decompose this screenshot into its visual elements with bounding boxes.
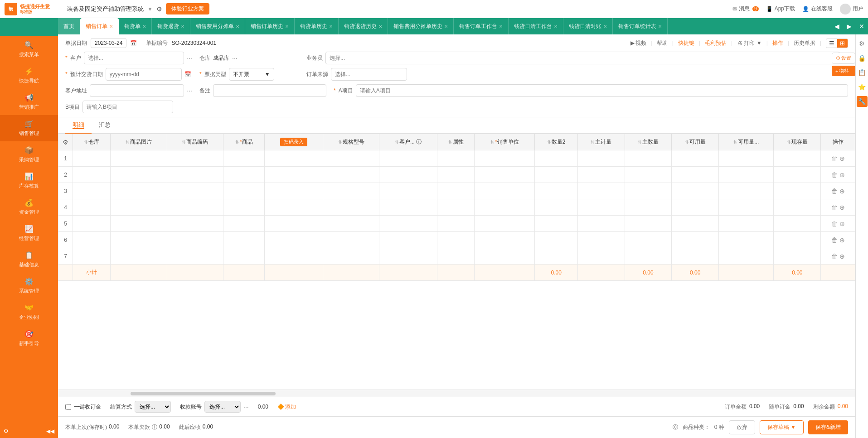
tab-daily-clear[interactable]: 钱货日清工作台 ✕ [509,18,563,34]
tab-prev-btn[interactable]: ◀ [831,23,843,30]
list-view-btn[interactable]: ☰ [826,39,837,48]
sidebar-item-basic[interactable]: 📋 基础信息 [0,246,58,273]
quick-order-checkbox[interactable] [65,404,71,410]
row-delete-btn[interactable]: 🗑 [831,204,838,211]
horizontal-scrollbar[interactable] [58,390,855,397]
tab-close-return-goods[interactable]: ✕ [181,24,184,29]
remark-input[interactable] [213,84,326,97]
profit-action[interactable]: 毛利预估 [705,39,727,47]
user-item[interactable]: 用户 [840,4,863,14]
tab-close-return-history[interactable]: ✕ [329,24,333,29]
col-settings-icon[interactable]: ⚙ [63,139,68,146]
print-action[interactable]: 🖨 打印 ▼ [737,39,762,47]
warehouse-more-btn[interactable]: ··· [232,54,238,62]
solution-button[interactable]: 体验行业方案 [166,3,209,14]
customer-address-input[interactable] [90,84,184,97]
scan-btn[interactable]: 扫码录入 [280,138,307,146]
sidebar-item-guide[interactable]: 🎯 新手引导 [0,325,58,351]
tab-close-sales-return[interactable]: ✕ [142,24,146,29]
tab-close-order-workbench[interactable]: ✕ [499,24,503,29]
row-delete-btn[interactable]: 🗑 [831,188,838,195]
address-more-btn[interactable]: ··· [187,87,192,94]
account-more-btn[interactable]: ··· [243,403,249,410]
sidebar-item-marketing[interactable]: 📢 营销推广 [0,89,58,115]
row-copy-btn[interactable]: ⊕ [839,236,845,244]
scroll-thumb[interactable] [131,392,276,395]
tab-close-sales-order[interactable]: ✕ [109,24,113,29]
row-delete-btn[interactable]: 🗑 [831,253,838,260]
history-action[interactable]: 历史单据 [794,39,815,47]
row-copy-btn[interactable]: ⊕ [839,188,845,195]
sidebar-collapse-icon[interactable]: ◀◀ [46,428,54,434]
row-copy-btn[interactable]: ⊕ [839,204,845,211]
tab-order-stats[interactable]: 销售订单统计表 ✕ [613,18,668,34]
app-download-item[interactable]: 📱 App下载 [766,5,795,13]
right-icon-2[interactable]: 📋 [857,67,868,78]
settings-gear-icon[interactable]: ⚙ [156,5,162,13]
tab-sales-return[interactable]: 销货单 ✕ [119,18,152,34]
tab-close-daily-reconcile[interactable]: ✕ [603,24,607,29]
tab-fee-history[interactable]: 销售费用分摊单历史 ✕ [388,18,454,34]
save-draft-button[interactable]: 保存草稿 ▼ [760,420,804,434]
view-action[interactable]: ▶ 视频 [630,39,646,47]
tab-daily-reconcile[interactable]: 钱货日清对账 ✕ [563,18,613,34]
tab-order-history[interactable]: 销售订单历史 ✕ [245,18,295,34]
tab-summary[interactable]: 汇总 [92,117,118,134]
tab-more-btn[interactable]: ✕ [855,23,868,30]
save-new-button[interactable]: 保存&新增 [808,420,848,434]
right-icon-settings[interactable]: ⚙ [857,38,868,49]
customer-more-btn[interactable]: ··· [187,54,192,62]
row-delete-btn[interactable]: 🗑 [831,171,838,178]
tab-return-goods[interactable]: 销货退货 ✕ [152,18,190,34]
sidebar-item-finance[interactable]: 💰 资金管理 [0,194,58,220]
calendar-icon[interactable]: 📅 [130,40,137,46]
grid-view-btn[interactable]: ⊞ [837,39,848,48]
sidebar-item-quick[interactable]: ⚡ 快捷导航 [0,63,58,89]
row-delete-btn[interactable]: 🗑 [831,236,838,244]
a-project-input[interactable] [356,84,848,97]
sidebar-item-search[interactable]: 🔍 搜索菜单 [0,36,58,63]
date-value[interactable]: 2023-03-24 [91,38,126,48]
sidebar-settings-icon[interactable]: ⚙ [4,428,9,434]
payment-method-select[interactable]: 选择... [135,401,171,413]
tab-return-history[interactable]: 销货单历史 ✕ [295,18,339,34]
tab-close-order-stats[interactable]: ✕ [658,24,662,29]
shortcut-action[interactable]: 快捷键 [678,39,694,47]
delivery-calendar-icon[interactable]: 📅 [184,71,191,77]
tab-close-fee-split[interactable]: ✕ [236,24,239,29]
staff-input[interactable] [325,52,840,64]
tab-home[interactable]: 首页 [58,18,80,34]
delivery-input[interactable] [106,68,182,81]
sidebar-item-ops[interactable]: 📈 经营管理 [0,220,58,246]
tab-order-workbench[interactable]: 销售订单工作台 ✕ [454,18,509,34]
invoice-select[interactable]: 不开票 ▼ [229,68,274,81]
tab-goods-return-history[interactable]: 销货退货历史 ✕ [339,18,388,34]
settings-panel-btn[interactable]: ⚙ 设置 [832,53,855,64]
row-copy-btn[interactable]: ⊕ [839,155,845,162]
add-material-btn[interactable]: + 物料 [832,66,855,76]
online-service-item[interactable]: 👤 在线客服 [802,5,833,13]
right-icon-add-material[interactable]: 🔧 [857,96,868,107]
help-action[interactable]: 帮助 [657,39,668,47]
row-copy-btn[interactable]: ⊕ [839,171,845,178]
row-delete-btn[interactable]: 🗑 [831,155,838,162]
row-delete-btn[interactable]: 🗑 [831,220,838,227]
order-source-input[interactable] [331,68,407,81]
tab-fee-split[interactable]: 销售费用分摊单 ✕ [190,18,245,34]
sidebar-item-system[interactable]: ⚙️ 系统管理 [0,273,58,299]
tab-close-goods-return-history[interactable]: ✕ [378,24,382,29]
dropdown-icon[interactable]: ▼ [147,6,153,12]
sidebar-item-purchase[interactable]: 📦 采购管理 [0,141,58,168]
discard-button[interactable]: 放弃 [729,420,755,434]
tab-sales-order[interactable]: 销售订单 ✕ [80,18,119,34]
row-copy-btn[interactable]: ⊕ [839,253,845,260]
message-item[interactable]: ✉ 消息 9 [732,5,759,13]
operations-action[interactable]: 操作 [772,39,783,47]
tab-detail[interactable]: 明细 [65,117,92,134]
customer-input[interactable] [84,52,184,64]
right-icon-1[interactable]: 🔒 [857,53,868,63]
sidebar-item-sales[interactable]: 🛒 销售管理 [0,115,58,141]
tab-close-order-history[interactable]: ✕ [285,24,289,29]
row-copy-btn[interactable]: ⊕ [839,220,845,227]
sidebar-item-enterprise[interactable]: 🤝 企业协同 [0,299,58,325]
